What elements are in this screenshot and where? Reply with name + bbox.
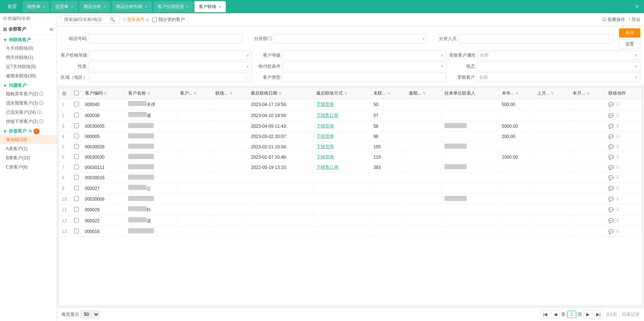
sidebar-item-declining[interactable]: 持续下滑客户(2) ⓘ [0, 117, 57, 126]
message-icon[interactable]: 💬 [608, 113, 614, 118]
row-checkbox[interactable] [74, 123, 79, 128]
sidebar-item-overdue-pending[interactable]: 逾期未联络(30) [0, 71, 57, 81]
sidebar-item-class-b[interactable]: B类客户(33) [0, 154, 57, 163]
gear-icon[interactable]: ⚙ [62, 91, 67, 96]
row-checkbox[interactable] [74, 154, 79, 159]
sidebar-item-class-c[interactable]: C类客户(6) [0, 163, 57, 172]
filter-payment-select[interactable]: ∨ [282, 61, 446, 71]
more-icon[interactable]: ⠿ [616, 144, 619, 149]
nav-home[interactable]: 首页 [3, 0, 21, 13]
filter-cust-type-select[interactable] [282, 73, 446, 82]
sort-icon-overdue[interactable]: ⇅ [423, 91, 426, 95]
more-icon[interactable]: ⠿ [616, 218, 619, 223]
more-icon[interactable]: ⠿ [616, 175, 619, 180]
more-icon[interactable]: ⠿ [616, 165, 619, 170]
more-icon[interactable]: ⠿ [616, 197, 619, 202]
contact-way-link[interactable]: 下销货单 [316, 102, 334, 107]
filter-staff-select[interactable]: ··· [458, 34, 613, 43]
filter-cust-grade-select[interactable]: ∨ [282, 50, 446, 60]
sort-icon-contact[interactable]: ⇅ [229, 91, 232, 95]
message-icon[interactable]: 💬 [608, 197, 614, 202]
row-checkbox[interactable] [74, 218, 79, 223]
select-all-checkbox[interactable] [74, 91, 79, 95]
sidebar-item-no-group[interactable]: 未分组(32) [0, 135, 57, 144]
nav-tab-purchase[interactable]: 进货单 × [51, 1, 77, 12]
more-icon[interactable]: ⠿ [616, 102, 619, 107]
sort-icon-type[interactable]: ⇅ [194, 91, 197, 95]
th-checkbox[interactable] [71, 88, 82, 99]
nav-tab-sales[interactable]: 销售单 × [23, 1, 49, 12]
search-button[interactable]: 查询 [619, 28, 640, 38]
last-page-btn[interactable]: ▶| [594, 310, 603, 319]
filter-retail-cust-select[interactable]: 全部∨ [476, 73, 640, 82]
nav-tab-customer-tier[interactable]: 客户分层经营 × [153, 1, 193, 12]
batch-op-btn[interactable]: ☑ 批量操作 [602, 17, 625, 23]
sort-icon-name[interactable]: ⇅ [147, 91, 150, 95]
sort-icon-last-month[interactable]: ⇅ [551, 91, 554, 95]
row-checkbox[interactable] [74, 186, 79, 190]
export-btn[interactable]: ↑ 导出 [628, 17, 640, 23]
sort-icon-this-year[interactable]: ⇅ [515, 91, 518, 95]
message-icon[interactable]: 💬 [608, 207, 614, 212]
filter-region-select[interactable]: ··· [89, 73, 252, 82]
sort-icon-last-date[interactable]: ⇅ [279, 91, 282, 95]
sidebar-search-input[interactable] [3, 16, 57, 21]
row-checkbox[interactable] [74, 229, 79, 233]
message-icon[interactable]: 💬 [608, 186, 614, 191]
filter-retail-attr-select[interactable]: 全部∨ [477, 50, 640, 60]
sort-icon-this-month[interactable]: ⇅ [587, 91, 590, 95]
message-icon[interactable]: 💬 [608, 134, 614, 139]
filter-dept-select[interactable]: ∨ [273, 34, 428, 43]
contact-way-link[interactable]: 下销货单 [316, 144, 334, 149]
more-icon[interactable]: ⠿ [616, 113, 619, 118]
more-icon[interactable]: ⠿ [616, 134, 619, 139]
row-checkbox[interactable] [74, 165, 79, 169]
nav-tab-analysis-close[interactable]: × [103, 4, 106, 9]
message-icon[interactable]: 💬 [608, 218, 614, 223]
sidebar-item-week-pending[interactable]: 近7天待联络(0) [0, 62, 57, 71]
sidebar-item-churn-warning[interactable]: 流失预警客户(3) ⓘ [0, 99, 57, 108]
filter-price-grade-select[interactable]: ∨ [89, 50, 252, 60]
more-icon[interactable]: ⠿ [616, 207, 619, 212]
filter-status-select[interactable]: ∨ [476, 61, 640, 71]
my-customers-checkbox[interactable]: 我分管的客户 [152, 17, 185, 23]
row-checkbox[interactable] [74, 175, 79, 180]
row-checkbox[interactable] [74, 102, 79, 106]
nav-tab-analysis-list-close[interactable]: × [145, 4, 147, 9]
more-conditions-btn[interactable]: ▽ 更多条件 ∧ [123, 17, 149, 23]
per-page-select[interactable]: 50 100 200 [81, 310, 99, 318]
sidebar-item-tomorrow-pending[interactable]: 明天待联络(1) [0, 53, 57, 62]
row-checkbox[interactable] [74, 134, 79, 138]
nav-tab-analysis-list[interactable]: 商品分析列表 × [112, 1, 151, 12]
row-checkbox[interactable] [74, 196, 79, 201]
nav-tab-customer-tier-close[interactable]: × [186, 4, 189, 9]
message-icon[interactable]: 💬 [608, 144, 614, 149]
sidebar-item-churned[interactable]: 已流失客户(24) ⓘ [0, 108, 57, 117]
message-icon[interactable]: 💬 [608, 102, 614, 107]
sidebar-all-customers[interactable]: ⊞ 全部客户 ≪ [0, 24, 57, 35]
sidebar-collapse-icon[interactable]: ≪ [49, 27, 54, 32]
nav-tab-analysis[interactable]: 商品分析 × [79, 1, 110, 12]
filter-gender-select[interactable]: ∨ [88, 61, 252, 71]
sort-icon-last-way[interactable]: ⇅ [344, 91, 347, 95]
prev-page-btn[interactable]: ◀ [551, 310, 560, 319]
filter-phone-input[interactable] [88, 34, 243, 43]
more-icon[interactable]: ⠿ [616, 155, 619, 160]
value-refresh-icon[interactable]: ↻ [29, 129, 32, 134]
contact-way-link[interactable]: 下销售订单 [316, 165, 338, 170]
more-icon[interactable]: ⠿ [616, 186, 619, 191]
message-icon[interactable]: 💬 [608, 229, 614, 234]
my-customers-check[interactable] [152, 17, 157, 22]
first-page-btn[interactable]: |◀ [541, 310, 549, 319]
contact-way-link[interactable]: 下销货单 [316, 123, 334, 128]
more-icon[interactable]: ⠿ [616, 229, 619, 234]
message-icon[interactable]: 💬 [608, 124, 614, 129]
message-icon[interactable]: 💬 [608, 175, 614, 180]
nav-tab-customer-contact[interactable]: 客户联络 × [194, 1, 225, 12]
reset-button[interactable]: 设置 [619, 39, 640, 49]
nav-tab-purchase-close[interactable]: × [71, 4, 73, 9]
message-icon[interactable]: 💬 [608, 155, 614, 160]
message-icon[interactable]: 💬 [608, 165, 614, 170]
row-checkbox[interactable] [74, 113, 79, 117]
window-close-button[interactable]: × [633, 3, 641, 10]
